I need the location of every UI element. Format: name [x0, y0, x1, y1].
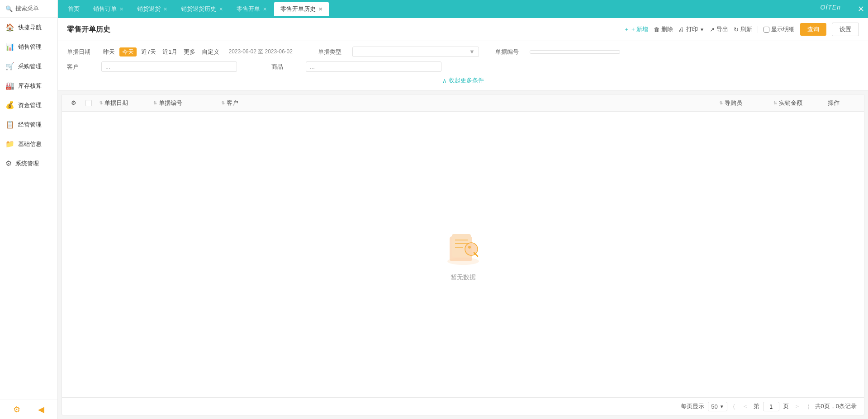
page-input[interactable] [763, 402, 779, 411]
collapse-more-btn[interactable]: ∧ 收起更多条件 [67, 76, 859, 85]
delete-button[interactable]: 🗑 删除 [654, 25, 673, 33]
filter-row-2: 客户 ... 商品 ... [67, 61, 859, 72]
sidebar-item-sales-mgmt[interactable]: 📊 销售管理 [0, 37, 57, 56]
display-toggle[interactable]: 显示明细 [764, 25, 795, 33]
sidebar-settings-btn[interactable]: ⚙ [13, 405, 20, 414]
page-title: 零售开单历史 [67, 25, 110, 34]
table-area: ⚙ ⇅ 单据日期 ⇅ 单据编号 ⇅ 客户 ⇅ [62, 94, 864, 415]
goods-filter-input[interactable]: ... [306, 61, 441, 72]
date-more-btn[interactable]: 更多 [182, 47, 197, 56]
tab-retail-history-label: 零售开单历史 [280, 5, 316, 13]
sidebar-bottom: ⚙ ◀ [0, 400, 57, 419]
sidebar-item-basic-info[interactable]: 📁 基础信息 [0, 134, 57, 154]
customer-input-value: ... [105, 63, 233, 70]
sidebar-item-label: 系统管理 [15, 160, 39, 168]
sidebar-item-purchase-mgmt[interactable]: 🛒 采购管理 [0, 56, 57, 76]
table-header: ⚙ ⇅ 单据日期 ⇅ 单据编号 ⇅ 客户 ⇅ [62, 94, 864, 112]
clipboard-icon: 📋 [5, 120, 14, 129]
sidebar-nav: 🏠 快捷导航 📊 销售管理 🛒 采购管理 🏭 库存核算 💰 资金管理 📋 经营管… [0, 18, 57, 400]
tab-sales-order-close[interactable]: ✕ [119, 6, 123, 12]
sidebar-item-quick-nav[interactable]: 🏠 快捷导航 [0, 18, 57, 37]
last-page-btn[interactable]: ⟩ [806, 402, 811, 411]
print-arrow-icon: ▼ [700, 27, 704, 32]
export-button[interactable]: ↗ 导出 [710, 25, 728, 33]
tab-sales-return[interactable]: 销货退货 ✕ [131, 2, 174, 16]
date-last7-btn[interactable]: 近7天 [139, 47, 158, 56]
sidebar-item-finance[interactable]: 💰 资金管理 [0, 95, 57, 115]
date-last1m-btn[interactable]: 近1月 [161, 47, 179, 56]
sort-icon: ⇅ [719, 100, 723, 105]
tab-retail-history[interactable]: 零售开单历史 ✕ [274, 2, 329, 16]
brand-label: OfTEn [821, 4, 841, 11]
th-amount[interactable]: ⇅ 实销金额 [770, 99, 824, 107]
th-guide[interactable]: ⇅ 导购员 [716, 99, 770, 107]
gear-icon: ⚙ [71, 99, 76, 106]
tab-bar-right: ✕ [858, 4, 864, 14]
toolbar: ＋ + 新增 🗑 删除 🖨 打印 ▼ ↗ 导出 ↻ [624, 23, 859, 36]
th-checkbox[interactable] [82, 100, 95, 106]
th-customer[interactable]: ⇅ 客户 [218, 99, 716, 107]
tab-retail-open[interactable]: 零售开单 ✕ [230, 2, 273, 16]
sidebar-item-label: 库存核算 [18, 82, 42, 90]
customer-filter-input[interactable]: ... [101, 61, 237, 72]
settings-button[interactable]: 设置 [832, 23, 859, 36]
sidebar-item-operations[interactable]: 📋 经营管理 [0, 115, 57, 134]
th-date-label: 单据日期 [104, 99, 128, 107]
print-button[interactable]: 🖨 打印 ▼ [678, 25, 704, 33]
tab-sales-return-history[interactable]: 销货退货历史 ✕ [175, 2, 229, 16]
header-checkbox[interactable] [85, 100, 92, 106]
th-guide-label: 导购员 [725, 99, 742, 107]
search-icon: 🔍 [5, 5, 13, 12]
sidebar-item-inventory[interactable]: 🏭 库存核算 [0, 76, 57, 95]
refresh-button[interactable]: ↻ 刷新 [734, 25, 752, 33]
tab-sales-order-label: 销售订单 [93, 5, 117, 13]
tab-home-label: 首页 [68, 5, 80, 13]
customer-filter-label: 客户 [67, 63, 94, 71]
th-settings[interactable]: ⚙ [66, 99, 82, 106]
empty-illustration [441, 227, 486, 268]
window-close-btn[interactable]: ✕ [858, 4, 864, 14]
tab-sales-return-close[interactable]: ✕ [163, 6, 167, 12]
page-suffix: 页 [783, 402, 789, 410]
money-icon: 💰 [5, 101, 14, 109]
tab-sales-return-history-close[interactable]: ✕ [219, 6, 223, 12]
type-filter-select[interactable]: ▼ [352, 47, 479, 57]
warehouse-icon: 🏭 [5, 81, 14, 90]
toolbar-divider [758, 26, 758, 33]
date-shortcuts: 昨天 今天 近7天 近1月 更多 自定义 [101, 47, 221, 56]
sidebar-item-sys-mgmt[interactable]: ⚙ 系统管理 [0, 154, 57, 173]
export-icon: ↗ [710, 26, 715, 33]
th-no[interactable]: ⇅ 单据编号 [150, 99, 218, 107]
tab-retail-open-close[interactable]: ✕ [263, 6, 267, 12]
per-page-select[interactable]: 50 ▼ [708, 402, 727, 411]
th-action-label: 操作 [828, 99, 840, 107]
no-filter-input[interactable] [530, 50, 620, 54]
th-date[interactable]: ⇅ 单据日期 [95, 99, 150, 107]
tab-retail-history-close[interactable]: ✕ [318, 6, 323, 12]
display-toggle-checkbox[interactable] [764, 27, 769, 33]
date-today-btn[interactable]: 今天 [119, 47, 137, 56]
per-page-value: 50 [711, 403, 717, 410]
sidebar-item-label: 快捷导航 [18, 24, 42, 32]
query-button[interactable]: 查询 [800, 23, 826, 36]
goods-filter-label: 商品 [271, 63, 299, 71]
sort-icon: ⇅ [221, 100, 225, 105]
th-no-label: 单据编号 [159, 99, 182, 107]
date-yesterday-btn[interactable]: 昨天 [101, 47, 117, 56]
sidebar-collapse-btn[interactable]: ◀ [38, 405, 44, 414]
tab-home[interactable]: 首页 [62, 2, 86, 16]
tab-sales-return-history-label: 销货退货历史 [181, 5, 216, 13]
sidebar-item-label: 采购管理 [18, 62, 42, 71]
date-custom-btn[interactable]: 自定义 [200, 47, 221, 56]
add-button[interactable]: ＋ + 新增 [624, 25, 648, 33]
print-label: 打印 [686, 25, 698, 33]
prev-page-btn[interactable]: ＜ [740, 401, 750, 411]
first-page-btn[interactable]: ⟨ [731, 402, 737, 411]
refresh-icon: ↻ [734, 26, 739, 33]
sidebar-search[interactable]: 🔍 搜索采单 [0, 0, 57, 18]
sort-icon: ⇅ [153, 100, 157, 105]
empty-state: 暂无数据 [62, 112, 864, 397]
next-page-btn[interactable]: ＞ [792, 401, 802, 411]
date-filter-label: 单据日期 [67, 48, 94, 56]
tab-sales-order[interactable]: 销售订单 ✕ [87, 2, 130, 16]
